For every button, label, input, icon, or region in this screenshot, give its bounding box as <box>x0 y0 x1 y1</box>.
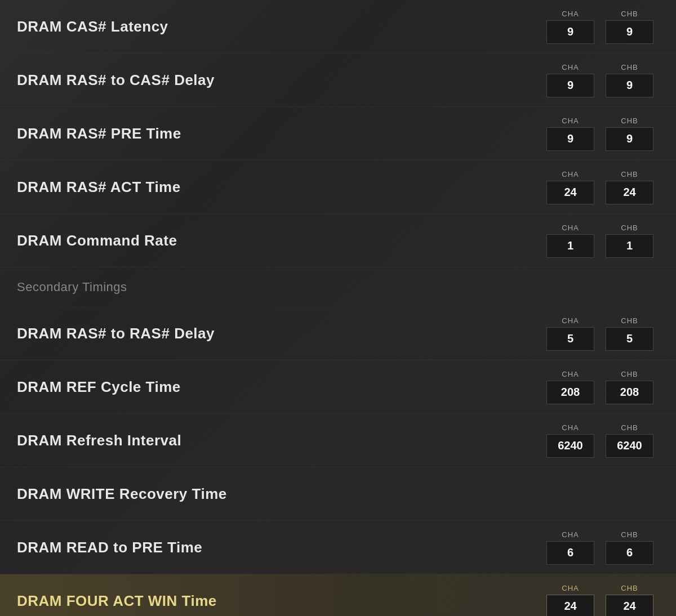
cha-label-ras-act-time: CHA <box>562 170 579 178</box>
values-ras-to-ras: CHA5CHB5 <box>546 316 653 351</box>
label-write-recovery: DRAM WRITE Recovery Time <box>17 485 227 503</box>
label-ras-to-ras: DRAM RAS# to RAS# Delay <box>17 325 215 342</box>
label-cas-latency: DRAM CAS# Latency <box>17 18 168 35</box>
chb-box-ras-to-ras: CHB5 <box>606 316 653 351</box>
label-four-act-win: DRAM FOUR ACT WIN Time <box>17 592 217 610</box>
label-command-rate: DRAM Command Rate <box>17 232 177 249</box>
row-read-to-pre: DRAM READ to PRE TimeCHA6CHB6 <box>0 521 676 574</box>
row-ras-pre-time: DRAM RAS# PRE TimeCHA9CHB9 <box>0 107 676 160</box>
chb-box-ras-to-cas: CHB9 <box>606 63 653 97</box>
label-ras-pre-time: DRAM RAS# PRE Time <box>17 125 181 142</box>
values-read-to-pre: CHA6CHB6 <box>546 530 653 565</box>
cha-value-four-act-win: 24 <box>546 595 594 617</box>
chb-label-ras-pre-time: CHB <box>621 117 638 125</box>
cha-box-ref-cycle-time: CHA208 <box>546 370 594 404</box>
chb-value-refresh-interval: 6240 <box>606 434 653 458</box>
values-ras-act-time: CHA24CHB24 <box>546 170 653 204</box>
label-secondary-timings: Secondary Timings <box>17 280 127 294</box>
cha-box-ras-to-cas: CHA9 <box>546 63 594 97</box>
row-ras-to-cas: DRAM RAS# to CAS# DelayCHA9CHB9 <box>0 53 676 107</box>
row-secondary-timings: Secondary Timings <box>0 267 676 307</box>
values-four-act-win: CHA24CHB24 <box>546 584 653 617</box>
chb-label-refresh-interval: CHB <box>621 423 638 432</box>
chb-label-command-rate: CHB <box>621 224 638 232</box>
chb-box-ref-cycle-time: CHB208 <box>606 370 653 404</box>
cha-value-ras-pre-time: 9 <box>546 127 594 151</box>
chb-value-ras-act-time: 24 <box>606 181 653 204</box>
cha-box-command-rate: CHA1 <box>546 224 594 258</box>
chb-value-ras-pre-time: 9 <box>606 127 653 151</box>
cha-box-ras-act-time: CHA24 <box>546 170 594 204</box>
cha-label-cas-latency: CHA <box>562 10 579 18</box>
chb-box-ras-act-time: CHB24 <box>606 170 653 204</box>
row-cas-latency: DRAM CAS# LatencyCHA9CHB9 <box>0 0 676 53</box>
cha-box-cas-latency: CHA9 <box>546 10 594 44</box>
chb-value-ras-to-cas: 9 <box>606 74 653 97</box>
label-ras-to-cas: DRAM RAS# to CAS# Delay <box>17 72 215 89</box>
chb-box-four-act-win: CHB24 <box>606 584 653 617</box>
cha-value-command-rate: 1 <box>546 234 594 258</box>
chb-value-command-rate: 1 <box>606 234 653 258</box>
values-ref-cycle-time: CHA208CHB208 <box>546 370 653 404</box>
chb-value-cas-latency: 9 <box>606 20 653 44</box>
chb-box-cas-latency: CHB9 <box>606 10 653 44</box>
chb-label-ras-to-ras: CHB <box>621 316 638 325</box>
cha-label-refresh-interval: CHA <box>562 423 579 432</box>
label-ref-cycle-time: DRAM REF Cycle Time <box>17 378 181 396</box>
chb-box-refresh-interval: CHB6240 <box>606 423 653 458</box>
cha-value-read-to-pre: 6 <box>546 541 594 565</box>
cha-box-ras-pre-time: CHA9 <box>546 117 594 151</box>
cha-label-ras-to-ras: CHA <box>562 316 579 325</box>
chb-value-ref-cycle-time: 208 <box>606 381 653 404</box>
chb-box-read-to-pre: CHB6 <box>606 530 653 565</box>
chb-label-read-to-pre: CHB <box>621 530 638 539</box>
cha-box-four-act-win: CHA24 <box>546 584 594 617</box>
chb-box-ras-pre-time: CHB9 <box>606 117 653 151</box>
cha-value-ras-to-cas: 9 <box>546 74 594 97</box>
main-container: DRAM CAS# LatencyCHA9CHB9DRAM RAS# to CA… <box>0 0 676 616</box>
cha-label-ras-to-cas: CHA <box>562 63 579 72</box>
chb-label-ras-to-cas: CHB <box>621 63 638 72</box>
cha-value-ras-to-ras: 5 <box>546 327 594 351</box>
cha-label-ras-pre-time: CHA <box>562 117 579 125</box>
label-ras-act-time: DRAM RAS# ACT Time <box>17 178 181 196</box>
chb-label-ras-act-time: CHB <box>621 170 638 178</box>
cha-box-refresh-interval: CHA6240 <box>546 423 594 458</box>
values-cas-latency: CHA9CHB9 <box>546 10 653 44</box>
values-command-rate: CHA1CHB1 <box>546 224 653 258</box>
cha-label-command-rate: CHA <box>562 224 579 232</box>
cha-label-four-act-win: CHA <box>562 584 579 592</box>
label-read-to-pre: DRAM READ to PRE Time <box>17 539 202 556</box>
label-refresh-interval: DRAM Refresh Interval <box>17 432 181 449</box>
row-ras-to-ras: DRAM RAS# to RAS# DelayCHA5CHB5 <box>0 307 676 360</box>
chb-label-cas-latency: CHB <box>621 10 638 18</box>
cha-label-ref-cycle-time: CHA <box>562 370 579 378</box>
row-ref-cycle-time: DRAM REF Cycle TimeCHA208CHB208 <box>0 360 676 414</box>
row-refresh-interval: DRAM Refresh IntervalCHA6240CHB6240 <box>0 414 676 467</box>
row-four-act-win: DRAM FOUR ACT WIN TimeCHA24CHB24 <box>0 574 676 616</box>
cha-value-refresh-interval: 6240 <box>546 434 594 458</box>
chb-label-four-act-win: CHB <box>621 584 638 592</box>
chb-box-command-rate: CHB1 <box>606 224 653 258</box>
cha-value-ras-act-time: 24 <box>546 181 594 204</box>
cha-label-read-to-pre: CHA <box>562 530 579 539</box>
chb-label-ref-cycle-time: CHB <box>621 370 638 378</box>
chb-value-four-act-win: 24 <box>606 595 653 617</box>
values-refresh-interval: CHA6240CHB6240 <box>546 423 653 458</box>
values-ras-to-cas: CHA9CHB9 <box>546 63 653 97</box>
row-ras-act-time: DRAM RAS# ACT TimeCHA24CHB24 <box>0 160 676 214</box>
row-command-rate: DRAM Command RateCHA1CHB1 <box>0 214 676 267</box>
cha-value-ref-cycle-time: 208 <box>546 381 594 404</box>
cha-value-cas-latency: 9 <box>546 20 594 44</box>
row-write-recovery: DRAM WRITE Recovery Time <box>0 467 676 521</box>
chb-value-ras-to-ras: 5 <box>606 327 653 351</box>
cha-box-read-to-pre: CHA6 <box>546 530 594 565</box>
chb-value-read-to-pre: 6 <box>606 541 653 565</box>
cha-box-ras-to-ras: CHA5 <box>546 316 594 351</box>
values-ras-pre-time: CHA9CHB9 <box>546 117 653 151</box>
